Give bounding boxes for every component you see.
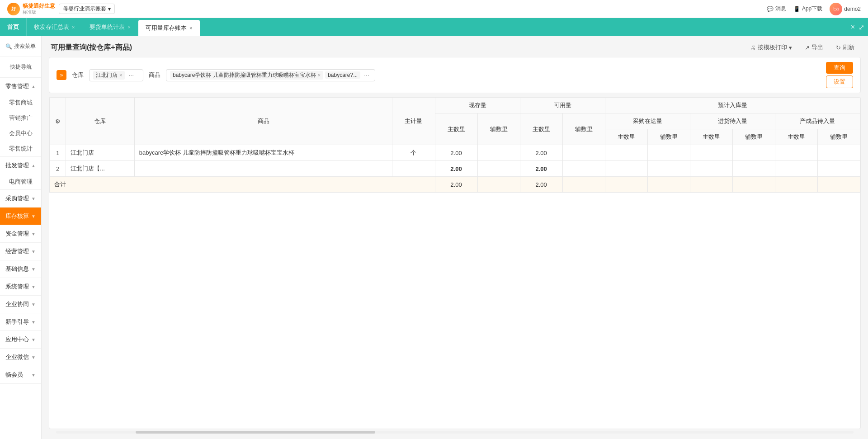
collapse-wholesale-icon: ▲ — [31, 163, 36, 168]
sidebar-section-enterprise-header[interactable]: 企业协同 ▼ — [0, 296, 41, 313]
th-available-sub: 辅数里 — [562, 113, 605, 145]
row-2-incoming-main — [690, 161, 732, 177]
total-available-sub — [562, 177, 605, 193]
sidebar-item-ecommerce[interactable]: 电商管理 — [0, 174, 41, 189]
sidebar-section-vip-header[interactable]: 畅会员 ▼ — [0, 366, 41, 383]
sidebar-section-wholesale-header[interactable]: 批发管理 ▲ — [0, 157, 41, 174]
message-btn[interactable]: 💬 消息 — [767, 5, 786, 13]
logo-text1: 畅捷通好生意 — [23, 3, 55, 9]
total-product-sub — [817, 177, 860, 193]
sidebar-section-business-header[interactable]: 经营管理 ▼ — [0, 243, 41, 260]
th-purchase-group: 采购在途量 — [605, 113, 690, 129]
row-1-stock-main: 2.00 — [435, 145, 477, 161]
tab-close-available[interactable]: × — [189, 25, 192, 31]
sidebar-item-retail-stats[interactable]: 零售统计 — [0, 141, 41, 156]
fullscreen-btn[interactable]: ⤢ — [859, 23, 864, 32]
total-label: 合计 — [50, 177, 435, 193]
th-product-sub: 辅数里 — [817, 129, 860, 145]
sidebar-section-wechat-header[interactable]: 企业微信 ▼ — [0, 349, 41, 366]
sidebar-section-purchase: 采购管理 ▼ — [0, 190, 41, 208]
search-menu-btn[interactable]: 🔍 搜索菜单 — [4, 40, 38, 53]
sidebar-item-retail-mall[interactable]: 零售商城 — [0, 95, 41, 110]
close-all-tabs-btn[interactable]: × — [851, 23, 855, 31]
content-area: 可用量查询(按仓库+商品) 🖨 按模板打印 ▾ ↗ 导出 ↻ 刷新 — [42, 36, 868, 439]
tab-available-stock[interactable]: 可用量库存账本 × — [138, 20, 200, 36]
user-avatar-btn[interactable]: Ea demo2 — [830, 3, 861, 15]
sidebar-section-inventory-header[interactable]: 库存核算 ▼ — [0, 208, 41, 225]
horizontal-scrollbar-track[interactable] — [56, 431, 854, 434]
sidebar-section-retail-header[interactable]: 零售管理 ▲ — [0, 78, 41, 95]
setting-btn[interactable]: 设置 — [826, 76, 853, 88]
print-icon: 🖨 — [750, 44, 756, 51]
export-btn[interactable]: ↗ 导出 — [800, 42, 828, 53]
collapse-appcenter-icon: ▼ — [31, 337, 36, 342]
table-row: 1 江北门店 babycare学饮杯 儿童防摔防撞吸管杯重力球吸嘴杯宝宝水杯 个… — [50, 145, 860, 161]
sidebar-section-inventory: 库存核算 ▼ — [0, 208, 41, 225]
row-1-unit: 个 — [392, 145, 435, 161]
sidebar-item-member-center[interactable]: 会员中心 — [0, 126, 41, 141]
filter-expand-btn[interactable]: » — [57, 70, 66, 80]
th-product-main: 主数里 — [775, 129, 817, 145]
row-1-stock-sub — [477, 145, 520, 161]
sidebar-section-purchase-header[interactable]: 采购管理 ▼ — [0, 190, 41, 207]
template-print-btn[interactable]: 🖨 按模板打印 ▾ — [745, 42, 797, 53]
th-main-unit: 主计量 — [392, 98, 435, 145]
th-product-group: 产成品待入量 — [775, 113, 860, 129]
product-tag1-close[interactable]: × — [318, 72, 321, 78]
tab-close-demand[interactable]: × — [127, 24, 130, 30]
quick-nav-area: 快捷导航 — [0, 57, 41, 78]
sidebar-section-basic: 基础信息 ▼ — [0, 260, 41, 278]
industry-selector[interactable]: 母婴行业演示账套 ▾ — [59, 4, 115, 14]
th-incoming-main: 主数里 — [690, 129, 732, 145]
logo-text2: 标准版 — [23, 9, 55, 15]
th-settings[interactable]: ⚙ — [50, 98, 66, 145]
tab-home[interactable]: 首页 — [0, 18, 27, 36]
tab-close-receive[interactable]: × — [72, 24, 75, 30]
total-product-main — [775, 177, 817, 193]
sidebar-item-marketing[interactable]: 营销推广 — [0, 110, 41, 126]
top-bar-left: 好 畅捷通好生意 标准版 母婴行业演示账套 ▾ — [7, 3, 115, 15]
collapse-vip-icon: ▼ — [31, 373, 36, 378]
row-1-available-sub — [562, 145, 605, 161]
product-filter-input[interactable]: babycare学饮杯 儿童防摔防撞吸管杯重力球吸嘴杯宝宝水杯 × babyca… — [166, 69, 375, 81]
warehouse-filter-input[interactable]: 江北门店 × ··· — [89, 69, 143, 81]
sidebar-section-system: 系统管理 ▼ — [0, 278, 41, 296]
quick-nav-btn[interactable]: 快捷导航 — [4, 61, 38, 74]
row-1-warehouse: 江北门店 — [66, 145, 135, 161]
product-filter-more[interactable]: ··· — [362, 71, 371, 79]
nav-tabs: 首页 收发存汇总表 × 要货单统计表 × 可用量库存账本 × × ⤢ — [0, 18, 868, 36]
query-btn[interactable]: 查询 — [826, 62, 853, 74]
logo-area: 好 畅捷通好生意 标准版 — [7, 3, 55, 15]
total-incoming-sub — [732, 177, 775, 193]
warehouse-tag-close[interactable]: × — [119, 72, 122, 78]
tab-spacer — [200, 18, 847, 36]
collapse-enterprise-icon: ▼ — [31, 302, 36, 307]
inventory-table: ⚙ 仓库 商品 主计量 现存量 可用量 预计入库量 主数里 辅数里 主数里 辅数… — [49, 97, 860, 193]
sidebar-section-basic-header[interactable]: 基础信息 ▼ — [0, 260, 41, 278]
th-forecast-group: 预计入库量 — [605, 98, 860, 113]
sidebar-section-appcenter-header[interactable]: 应用中心 ▼ — [0, 331, 41, 348]
app-download-btn[interactable]: 📱 App下载 — [793, 5, 822, 13]
refresh-btn[interactable]: ↻ 刷新 — [831, 42, 859, 53]
sidebar-section-guide-header[interactable]: 新手引导 ▼ — [0, 313, 41, 330]
row-2-incoming-sub — [732, 161, 775, 177]
logo-icon: 好 — [7, 3, 20, 15]
sidebar-section-appcenter: 应用中心 ▼ — [0, 331, 41, 349]
row-2-num: 2 — [50, 161, 66, 177]
row-2-warehouse: 江北门店【... — [66, 161, 135, 177]
horizontal-scrollbar-thumb[interactable] — [136, 431, 375, 434]
sidebar-section-finance-header[interactable]: 资金管理 ▼ — [0, 225, 41, 242]
th-purchase-sub: 辅数里 — [647, 129, 690, 145]
th-stock-main: 主数里 — [435, 113, 477, 145]
row-2-product-sub — [817, 161, 860, 177]
tab-receive-summary[interactable]: 收发存汇总表 × — [27, 18, 82, 36]
th-available-main: 主数里 — [520, 113, 562, 145]
row-2-purchase-main — [605, 161, 647, 177]
sidebar-section-system-header[interactable]: 系统管理 ▼ — [0, 278, 41, 295]
warehouse-filter-more[interactable]: ··· — [127, 71, 136, 79]
collapse-guide-icon: ▼ — [31, 320, 36, 325]
tab-demand-stats[interactable]: 要货单统计表 × — [82, 18, 138, 36]
th-available-group: 可用量 — [520, 98, 605, 113]
table-row: 2 江北门店【... 2.00 2.00 — [50, 161, 860, 177]
row-2-product — [134, 161, 392, 177]
